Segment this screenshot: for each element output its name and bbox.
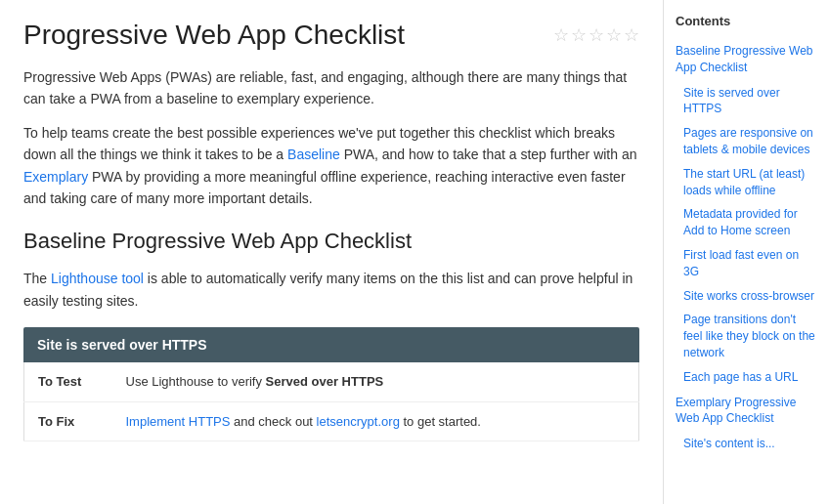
table-cell-content-1: Use Lighthouse to verify Served over HTT… (112, 362, 639, 401)
star-5[interactable]: ☆ (624, 24, 639, 46)
page-title: Progressive Web App Checklist (23, 20, 405, 51)
toc-sub-offline[interactable]: The start URL (at least) loads while off… (664, 162, 829, 203)
baseline-link[interactable]: Baseline (287, 147, 340, 162)
checklist-table: To Test Use Lighthouse to verify Served … (23, 362, 639, 441)
exemplary-link[interactable]: Exemplary (23, 169, 88, 185)
lighthouse-paragraph: The Lighthouse tool is able to automatic… (23, 268, 639, 312)
lighthouse-link[interactable]: Lighthouse tool (51, 271, 144, 286)
to-test-bold: Served over HTTPS (266, 374, 384, 389)
to-fix-suffix: to get started. (400, 414, 481, 429)
star-4[interactable]: ☆ (606, 24, 622, 46)
to-test-prefix: Use Lighthouse to verify (126, 374, 266, 389)
intro2-suffix: PWA by providing a more meaningful offli… (23, 169, 626, 206)
table-cell-content-2: Implement HTTPS and check out letsencryp… (112, 401, 639, 441)
lighthouse-prefix: The (23, 271, 51, 286)
table-cell-label-2: To Fix (24, 401, 112, 441)
main-content: Progressive Web App Checklist ☆ ☆ ☆ ☆ ☆ … (0, 0, 663, 504)
page-title-row: Progressive Web App Checklist ☆ ☆ ☆ ☆ ☆ (23, 20, 639, 51)
table-row: To Fix Implement HTTPS and check out let… (24, 401, 639, 441)
intro-paragraph-2: To help teams create the best possible e… (23, 122, 639, 210)
toc-sub-https[interactable]: Site is served over HTTPS (664, 81, 829, 122)
toc-sub-site-content[interactable]: Site's content is... (664, 432, 829, 456)
checklist-header: Site is served over HTTPS (23, 327, 639, 362)
toc-sub-transitions[interactable]: Page transitions don't feel like they bl… (664, 308, 829, 364)
implement-https-link[interactable]: Implement HTTPS (126, 414, 231, 429)
toc-sub-url[interactable]: Each page has a URL (664, 365, 829, 390)
toc-title: Contents (664, 14, 829, 38)
table-cell-label-1: To Test (24, 362, 112, 401)
toc-sub-crossbrowser[interactable]: Site works cross-browser (664, 284, 829, 309)
toc-sub-responsive[interactable]: Pages are responsive on tablets & mobile… (664, 121, 829, 162)
to-fix-mid: and check out (230, 414, 316, 429)
sidebar-toc: Contents Baseline Progressive Web App Ch… (663, 0, 829, 504)
star-1[interactable]: ☆ (553, 24, 569, 46)
intro2-mid: PWA, and how to take that a step further… (340, 147, 637, 162)
toc-sub-firstload[interactable]: First load fast even on 3G (664, 243, 829, 284)
star-3[interactable]: ☆ (589, 24, 604, 46)
toc-item-baseline[interactable]: Baseline Progressive Web App Checklist (664, 38, 829, 81)
table-row: To Test Use Lighthouse to verify Served … (24, 362, 639, 401)
intro-paragraph-1: Progressive Web Apps (PWAs) are reliable… (23, 66, 639, 110)
star-2[interactable]: ☆ (571, 24, 587, 46)
star-rating[interactable]: ☆ ☆ ☆ ☆ ☆ (553, 24, 639, 46)
toc-item-exemplary[interactable]: Exemplary Progressive Web App Checklist (664, 390, 829, 433)
section-heading: Baseline Progressive Web App Checklist (23, 229, 639, 254)
letsencrypt-link[interactable]: letsencrypt.org (317, 414, 400, 429)
toc-sub-metadata[interactable]: Metadata provided for Add to Home screen (664, 202, 829, 243)
